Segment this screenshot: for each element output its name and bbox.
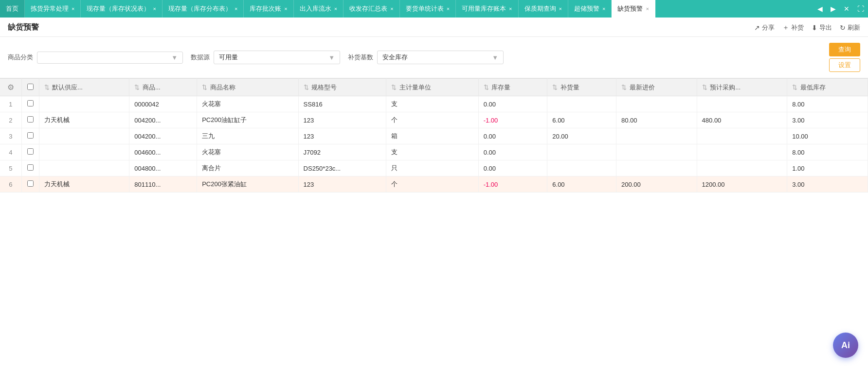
col-stock[interactable]: ⇅ 库存量 [478,79,547,96]
datasource-label: 数据源 [191,53,210,62]
row-checkbox-cell [21,112,39,128]
tab-shortage[interactable]: 缺货预警 × [612,0,655,18]
tab-next-button[interactable]: ▶ [827,0,840,18]
table-body: 1 0000042 火花塞 SS816 支 0.00 8.00 2 力天机械 0… [0,96,868,193]
header-actions: ↗ 分享 ＋ 补货 ⬇ 导出 ↻ 刷新 [754,23,860,32]
row-checkbox[interactable] [27,164,34,171]
export-button[interactable]: ⬇ 导出 [812,23,832,32]
tab-inventory-status[interactable]: 现存量（库存状况表） × [81,0,162,18]
restock-base-filter-group: 补货基数 安全库存 ▼ [348,51,504,64]
row-checkbox[interactable] [27,100,34,106]
tab-order-stats[interactable]: 要货单统计表 × [400,0,456,18]
col-estimated-purchase[interactable]: ⇅ 预计采购... [697,79,787,96]
refresh-icon: ↻ [840,24,846,32]
row-spec: 123 [298,176,386,193]
restock-button[interactable]: ＋ 补货 [782,23,804,32]
close-icon[interactable]: × [284,6,287,12]
page-content: 缺货预警 ↗ 分享 ＋ 补货 ⬇ 导出 ↻ 刷新 商品分类 [0,18,868,387]
col-restock-qty[interactable]: ⇅ 补货量 [547,79,616,96]
refresh-button[interactable]: ↻ 刷新 [840,23,860,32]
row-product-code: 0000042 [129,96,197,112]
col-spec[interactable]: ⇅ 规格型号 [298,79,386,96]
select-all-checkbox[interactable] [27,84,34,90]
query-button[interactable]: 查询 [829,43,860,56]
tab-inventory-dist[interactable]: 现存量（库存分布表） × [163,0,244,18]
restock-icon: ＋ [782,23,789,32]
tab-label: 超储预警 [574,4,599,13]
row-default-supplier [39,160,129,176]
close-icon[interactable]: × [602,6,605,12]
table-row: 3 004200... 三九 123 箱 0.00 20.00 10.00 [0,128,868,144]
tab-prev-button[interactable]: ◀ [814,0,827,18]
sort-icon: ⇅ [484,84,489,91]
row-product-name: 三九 [197,128,298,144]
category-select[interactable]: ▼ [37,52,183,64]
row-checkbox[interactable] [27,132,34,139]
row-checkbox-cell [21,96,39,112]
row-stock: -1.00 [478,176,547,193]
row-stock: 0.00 [478,96,547,112]
row-checkbox-cell [21,128,39,144]
datasource-select[interactable]: 可用量 ▼ [214,51,340,64]
col-product-name[interactable]: ⇅ 商品名称 [197,79,298,96]
row-estimated-purchase [697,160,787,176]
datasource-value: 可用量 [219,53,238,62]
tab-inout-flow[interactable]: 出入库流水 × [294,0,344,18]
row-product-code: 801110... [129,176,197,193]
close-icon[interactable]: × [72,6,74,12]
row-default-supplier [39,96,129,112]
ai-label: Ai [841,340,850,351]
close-icon[interactable]: × [390,6,393,12]
col-min-stock[interactable]: ⇅ 最低库存 [787,79,868,96]
tab-abnormal[interactable]: 拣货异常处理 × [25,0,81,18]
row-restock-qty: 20.00 [547,128,616,144]
column-settings-icon[interactable]: ⚙ [7,83,14,91]
row-default-supplier [39,144,129,160]
tab-label: 库存批次账 [250,4,281,13]
close-icon[interactable]: × [509,6,512,12]
close-icon[interactable]: × [235,6,237,12]
row-checkbox[interactable] [27,116,34,123]
close-icon[interactable]: × [153,6,156,12]
tab-batch-account[interactable]: 库存批次账 × [244,0,293,18]
tab-fullscreen-button[interactable]: ⛶ [853,0,868,18]
row-index: 3 [0,128,21,144]
restock-base-value: 安全库存 [382,53,408,62]
tab-overstock[interactable]: 超储预警 × [568,0,612,18]
share-button[interactable]: ↗ 分享 [754,23,775,32]
close-icon[interactable]: × [334,6,337,12]
restock-base-select[interactable]: 安全库存 ▼ [377,51,504,64]
ai-assistant-button[interactable]: Ai [833,333,858,358]
row-estimated-purchase [697,144,787,160]
col-product-code[interactable]: ⇅ 商品... [129,79,197,96]
tab-label: 首页 [6,4,18,13]
col-default-supplier[interactable]: ⇅ 默认供应... [39,79,129,96]
row-min-stock: 10.00 [787,128,868,144]
row-latest-price [616,128,697,144]
tab-collect-summary[interactable]: 收发存汇总表 × [344,0,399,18]
row-min-stock: 8.00 [787,144,868,160]
table-row: 2 力天机械 004200... PC200油缸缸子 123 个 -1.00 6… [0,112,868,128]
row-checkbox-cell [21,144,39,160]
export-icon: ⬇ [812,24,817,32]
row-unit: 支 [386,96,479,112]
restock-label: 补货 [791,23,804,32]
col-unit[interactable]: ⇅ 主计量单位 [386,79,479,96]
tab-expiry-query[interactable]: 保质期查询 × [519,0,568,18]
tab-available-ledger[interactable]: 可用量库存账本 × [456,0,518,18]
restock-base-chevron-icon: ▼ [492,54,498,61]
tab-home[interactable]: 首页 [0,0,25,18]
close-icon[interactable]: × [646,6,649,12]
row-estimated-purchase [697,128,787,144]
col-latest-price[interactable]: ⇅ 最新进价 [616,79,697,96]
row-checkbox[interactable] [27,180,34,187]
row-checkbox[interactable] [27,148,34,155]
close-icon[interactable]: × [559,6,562,12]
tab-label: 收发存汇总表 [349,4,387,13]
settings-button[interactable]: 设置 [829,58,860,72]
tab-close-button[interactable]: ✕ [840,0,853,18]
share-label: 分享 [762,23,775,32]
close-icon[interactable]: × [447,6,450,12]
row-unit: 个 [386,112,479,128]
row-restock-qty [547,160,616,176]
